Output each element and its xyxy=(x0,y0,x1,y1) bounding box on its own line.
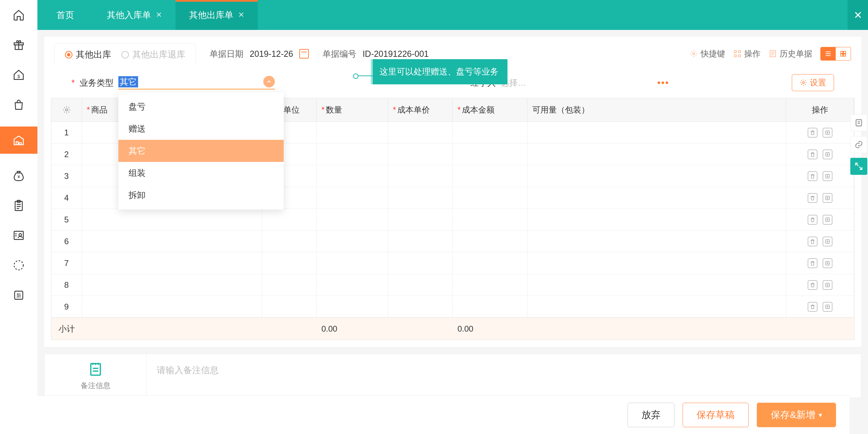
close-icon[interactable]: ✕ xyxy=(238,11,244,19)
handler-input[interactable]: 选择… xyxy=(501,77,637,88)
col-avail: 可用量（包装） xyxy=(528,98,786,121)
chevron-down-icon: ▾ xyxy=(819,411,822,419)
radio-other-out-return[interactable]: 其他出库退库 xyxy=(121,49,185,61)
calendar-icon[interactable] xyxy=(299,49,309,59)
rail-note-icon[interactable] xyxy=(850,114,867,131)
dropdown-option[interactable]: 其它 xyxy=(118,140,284,162)
shortcut-action[interactable]: 快捷键 xyxy=(690,48,725,59)
nav-new-icon[interactable]: 新 xyxy=(11,287,27,303)
svg-rect-33 xyxy=(856,120,862,126)
row-index: 8 xyxy=(51,274,82,296)
add-row-icon[interactable] xyxy=(823,171,832,181)
date-value[interactable]: 2019-12-26 xyxy=(250,49,293,59)
no-value: ID-20191226-001 xyxy=(363,49,429,59)
tab-other-out-label: 其他出库单 xyxy=(189,9,233,21)
delete-row-icon[interactable] xyxy=(808,193,817,203)
svg-rect-19 xyxy=(841,54,843,56)
remark-title: 备注信息 xyxy=(81,381,111,391)
nav-contact-icon[interactable] xyxy=(11,227,27,244)
delete-row-icon[interactable] xyxy=(808,150,817,159)
footer-bar: 放弃 保存草稿 保存&新增▾ xyxy=(37,396,850,434)
nav-warehouse-icon[interactable] xyxy=(0,127,37,154)
discard-button[interactable]: 放弃 xyxy=(628,403,674,427)
col-config[interactable] xyxy=(51,98,82,121)
nav-loading-icon[interactable] xyxy=(11,257,27,273)
tab-home-label: 首页 xyxy=(56,9,74,21)
delete-row-icon[interactable] xyxy=(808,237,817,246)
svg-point-7 xyxy=(19,234,22,236)
delete-row-icon[interactable] xyxy=(808,215,817,224)
add-row-icon[interactable] xyxy=(823,258,832,268)
svg-text:新: 新 xyxy=(16,293,21,298)
shortcut-label: 快捷键 xyxy=(701,48,725,59)
right-rail xyxy=(850,30,868,434)
tab-other-out[interactable]: 其他出库单✕ xyxy=(176,0,258,30)
dropdown-option[interactable]: 盘亏 xyxy=(118,96,284,118)
tab-bar: 首页 其他入库单✕ 其他出库单✕ ✕ xyxy=(37,0,868,30)
nav-home-icon[interactable] xyxy=(11,7,27,23)
header-actions: 快捷键 操作 历史单据 xyxy=(690,47,851,61)
dropdown-option[interactable]: 赠送 xyxy=(118,118,284,140)
nav-house-dollar-icon[interactable]: $ xyxy=(11,67,27,83)
more-icon[interactable]: ••• xyxy=(657,77,669,88)
btype-value: 其它 xyxy=(118,76,138,87)
rail-expand-icon[interactable] xyxy=(850,158,867,175)
settings-label: 设置 xyxy=(810,77,826,88)
history-label: 历史单据 xyxy=(780,48,812,59)
app-close-button[interactable]: ✕ xyxy=(848,0,868,30)
delete-row-icon[interactable] xyxy=(808,280,817,290)
radio-other-out[interactable]: 其他出库 xyxy=(65,49,111,61)
add-row-icon[interactable] xyxy=(823,150,832,159)
nav-money-bag-icon[interactable]: ¥ xyxy=(11,167,27,184)
add-row-icon[interactable] xyxy=(823,193,832,203)
left-nav-rail: $ ¥ 新 xyxy=(0,0,37,434)
tab-home[interactable]: 首页 xyxy=(37,0,93,30)
add-row-icon[interactable] xyxy=(823,280,832,290)
history-action[interactable]: 历史单据 xyxy=(769,48,812,59)
table-row[interactable]: 6 xyxy=(51,231,854,252)
settings-button[interactable]: 设置 xyxy=(792,74,834,91)
dropdown-option[interactable]: 拆卸 xyxy=(118,184,284,206)
add-row-icon[interactable] xyxy=(823,128,832,137)
nav-bag-icon[interactable] xyxy=(11,97,27,113)
notepad-icon xyxy=(87,361,104,377)
nav-gift-icon[interactable] xyxy=(11,37,27,53)
doc-no-meta: 单据编号 ID-20191226-001 xyxy=(322,48,429,60)
btype-label: 业务类型 xyxy=(80,77,114,88)
nav-clipboard-icon[interactable] xyxy=(11,197,27,214)
callout-text: 这里可以处理赠送、盘亏等业务 xyxy=(380,67,499,76)
rail-link-icon[interactable] xyxy=(850,136,867,153)
svg-point-11 xyxy=(693,53,695,55)
form-row: * 业务类型 其它 盘亏赠送其它组装拆卸 这里可以处理赠送、盘亏等业务 ••• … xyxy=(44,64,861,98)
col-qty: *数量 xyxy=(317,98,388,121)
delete-row-icon[interactable] xyxy=(808,258,817,268)
business-type-select[interactable]: 其它 盘亏赠送其它组装拆卸 xyxy=(118,76,275,89)
table-row[interactable]: 5 xyxy=(51,209,854,231)
view-list-icon[interactable] xyxy=(821,47,836,60)
save-new-button[interactable]: 保存&新增▾ xyxy=(757,403,836,427)
business-type-field: * 业务类型 其它 盘亏赠送其它组装拆卸 xyxy=(71,76,275,89)
close-icon[interactable]: ✕ xyxy=(156,11,162,19)
table-row[interactable]: 8 xyxy=(51,274,854,296)
subtotal-amount: 0.00 xyxy=(453,318,528,340)
save-draft-button[interactable]: 保存草稿 xyxy=(683,403,749,427)
delete-row-icon[interactable] xyxy=(808,302,817,312)
dropdown-option[interactable]: 组装 xyxy=(118,162,284,184)
tab-other-in[interactable]: 其他入库单✕ xyxy=(93,0,176,30)
row-index: 1 xyxy=(51,122,82,143)
add-row-icon[interactable] xyxy=(823,237,832,246)
chevron-up-icon[interactable] xyxy=(263,76,275,87)
subtotal-label: 小计 xyxy=(51,318,82,340)
delete-row-icon[interactable] xyxy=(808,128,817,137)
view-toggle xyxy=(820,47,851,61)
table-row[interactable]: 7 xyxy=(51,252,854,274)
delete-row-icon[interactable] xyxy=(808,171,817,181)
operate-action[interactable]: 操作 xyxy=(733,48,761,59)
view-grid-icon[interactable] xyxy=(836,47,851,60)
svg-rect-32 xyxy=(91,364,100,375)
col-amount: *成本金额 xyxy=(453,98,528,121)
remark-input[interactable]: 请输入备注信息 xyxy=(147,354,861,398)
add-row-icon[interactable] xyxy=(823,302,832,312)
table-row[interactable]: 9 xyxy=(51,296,854,318)
add-row-icon[interactable] xyxy=(823,215,832,224)
